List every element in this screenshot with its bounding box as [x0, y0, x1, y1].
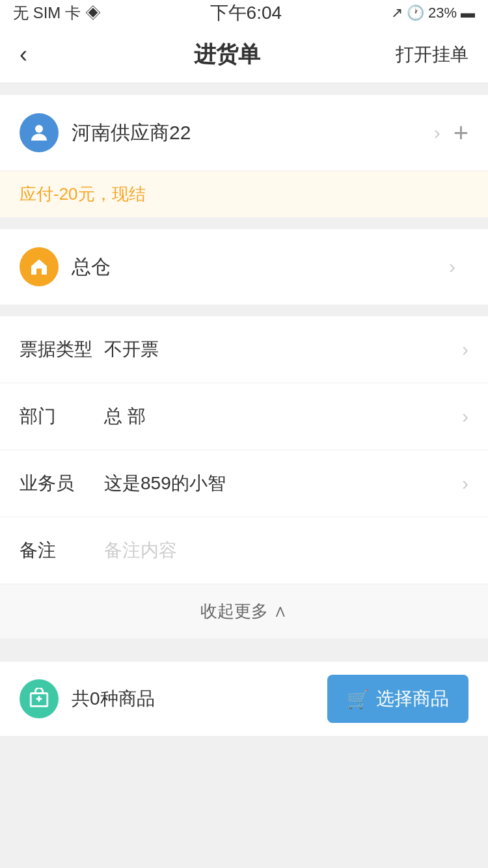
select-products-button[interactable]: 🛒 选择商品 [327, 675, 468, 723]
chevron-right-icon: › [462, 405, 468, 427]
supplier-name: 河南供应商22 [72, 120, 434, 146]
sim-status: 无 SIM 卡 ◈ [13, 3, 101, 23]
invoice-type-row[interactable]: 票据类型 不开票 › [0, 316, 488, 383]
cart-icon: 🛒 [347, 688, 370, 710]
battery-icon: ▬ [461, 5, 475, 21]
dept-row[interactable]: 部门 总 部 › [0, 383, 488, 450]
dept-label: 部门 [20, 404, 104, 429]
nav-bar: ‹ 进货单 打开挂单 [0, 26, 488, 83]
select-btn-label: 选择商品 [376, 686, 449, 711]
warehouse-icon [29, 256, 49, 277]
status-time: 下午6:04 [210, 1, 282, 25]
svg-point-0 [35, 125, 43, 133]
alarm-icon: 🕐 [407, 5, 424, 21]
section-gap-2 [0, 217, 488, 229]
page-background [0, 736, 488, 868]
remark-input[interactable]: 备注内容 [104, 538, 468, 563]
chevron-right-icon: › [462, 472, 468, 495]
status-right: ↗ 🕐 23% ▬ [391, 5, 475, 21]
chevron-right-icon: › [449, 256, 455, 278]
salesperson-row[interactable]: 业务员 这是859的小智 › [0, 450, 488, 517]
back-button[interactable]: ‹ [20, 41, 59, 68]
add-button[interactable]: + [454, 118, 468, 148]
status-left: 无 SIM 卡 ◈ [13, 3, 101, 23]
page-title: 进货单 [194, 40, 260, 70]
dept-value: 总 部 [104, 404, 462, 429]
battery-pct: 23% [428, 5, 457, 21]
warehouse-name: 总仓 [72, 254, 449, 280]
warehouse-icon-wrap [20, 247, 59, 286]
chevron-right-icon: › [462, 338, 468, 360]
product-count-label: 共0种商品 [72, 686, 327, 711]
open-pending-button[interactable]: 打开挂单 [396, 42, 468, 67]
invoice-type-value: 不开票 [104, 337, 462, 362]
section-gap-3 [0, 305, 488, 316]
avatar [20, 113, 59, 152]
svg-rect-1 [36, 269, 42, 275]
section-gap-1 [0, 83, 488, 95]
warehouse-row[interactable]: 总仓 › [0, 229, 488, 305]
remark-label: 备注 [20, 538, 104, 563]
bottom-bar: 共0种商品 🛒 选择商品 [0, 662, 488, 736]
status-bar: 无 SIM 卡 ◈ 下午6:04 ↗ 🕐 23% ▬ [0, 0, 488, 26]
warehouse-card: 总仓 › [0, 229, 488, 305]
location-icon: ↗ [391, 5, 403, 21]
product-icon-wrap [20, 679, 59, 718]
product-icon [28, 688, 50, 710]
remark-row[interactable]: 备注 备注内容 [0, 517, 488, 584]
chevron-right-icon: › [434, 122, 441, 144]
invoice-type-label: 票据类型 [20, 337, 104, 362]
person-icon [27, 121, 51, 144]
salesperson-label: 业务员 [20, 471, 104, 496]
notice-bar: 应付-20元，现结 [0, 171, 488, 217]
form-card: 票据类型 不开票 › 部门 总 部 › 业务员 这是859的小智 › 备注 备注… [0, 316, 488, 638]
supplier-row[interactable]: 河南供应商22 › + [0, 95, 488, 171]
salesperson-value: 这是859的小智 [104, 471, 462, 496]
collapse-button[interactable]: 收起更多 ∧ [0, 584, 488, 638]
section-gap-4 [0, 638, 488, 650]
supplier-card: 河南供应商22 › + 应付-20元，现结 [0, 95, 488, 217]
